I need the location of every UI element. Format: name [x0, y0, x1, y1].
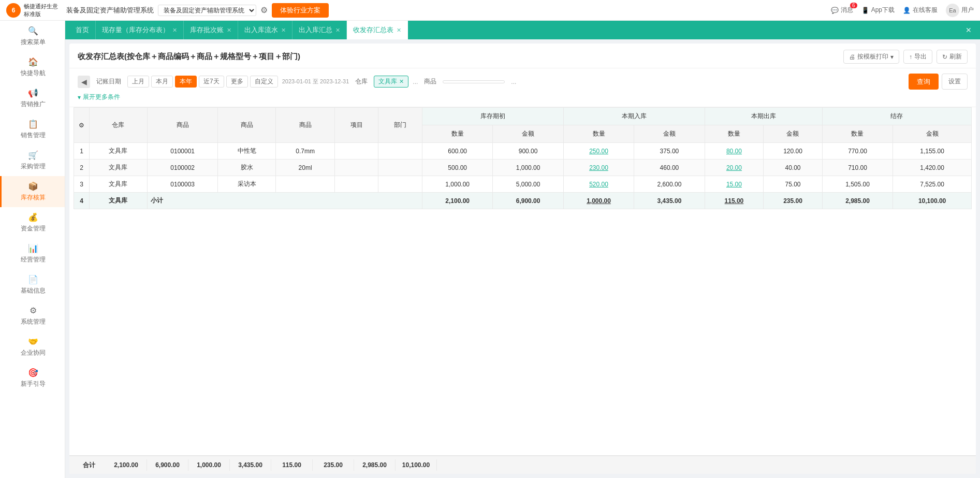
- sidebar-item-label: 快捷导航: [21, 69, 46, 78]
- tab-flow[interactable]: 出入库流水 ✕: [238, 21, 292, 39]
- chevron-down-icon: ▾: [890, 53, 894, 61]
- print-button[interactable]: 🖨 按模板打印 ▾: [843, 50, 899, 64]
- row-in-qty[interactable]: 250.00: [563, 143, 634, 160]
- filter-area: ◀ 记账日期 上月 本月 本年 近7天 更多 自定义 2023-01-01 至 …: [69, 68, 976, 107]
- gear-button[interactable]: ⚙: [260, 5, 268, 15]
- date-btn-last-month[interactable]: 上月: [127, 76, 149, 88]
- filter-toggle[interactable]: ◀: [78, 76, 90, 88]
- row-product-code: 0100001: [147, 143, 217, 160]
- tab-close-batch[interactable]: ✕: [227, 27, 231, 34]
- query-button[interactable]: 查询: [909, 74, 939, 90]
- tabs-bar: 首页 现存量（库存分布表） ✕ 库存批次账 ✕ 出入库流水 ✕ 出入库汇总 ✕: [65, 21, 980, 39]
- expand-button[interactable]: ▾ 展开更多条件: [78, 93, 968, 102]
- warehouse-more[interactable]: ...: [413, 78, 418, 85]
- total-in-qty: 1,000.00: [188, 459, 230, 471]
- product-input[interactable]: [443, 80, 505, 83]
- tab-home[interactable]: 首页: [69, 21, 96, 39]
- inventory-icon: 📦: [28, 181, 38, 191]
- tab-close-inventory-dist[interactable]: ✕: [172, 27, 177, 34]
- sidebar-item-enterprise[interactable]: 🤝 企业协同: [0, 331, 65, 363]
- row-closing-amt: 1,155.00: [893, 143, 972, 160]
- col-in-qty: 数量: [563, 125, 634, 143]
- finance-icon: 💰: [28, 212, 38, 222]
- table-area: ⚙ 仓库 商品 商品 商品 项目 部门 库存期初 本期入库 本期出库 结存: [69, 107, 976, 455]
- tab-summary[interactable]: 出入库汇总 ✕: [292, 21, 347, 39]
- sidebar-item-guide[interactable]: 🎯 新手引导: [0, 363, 65, 394]
- row-product-name: 采访本: [218, 176, 276, 193]
- tab-batch[interactable]: 库存批次账 ✕: [184, 21, 238, 39]
- sidebar: 🔍 搜索菜单 🏠 快捷导航 📢 营销推广 📋 销售管理 🛒 采购管理 📦: [0, 21, 65, 478]
- warehouse-label: 仓库: [355, 77, 368, 86]
- date-btn-custom[interactable]: 自定义: [250, 76, 278, 88]
- refresh-button[interactable]: ↻ 刷新: [937, 50, 968, 64]
- system-dropdown[interactable]: 装备及固定资产辅助管理系统: [158, 5, 256, 16]
- sidebar-item-purchase[interactable]: 🛒 采购管理: [0, 145, 65, 176]
- col-group-opening: 库存期初: [422, 108, 563, 125]
- row-in-amt: 460.00: [634, 160, 705, 176]
- row-out-qty[interactable]: 20.00: [705, 160, 764, 176]
- export-button[interactable]: ↑ 导出: [903, 50, 932, 64]
- warehouse-tag-close[interactable]: ✕: [399, 78, 404, 85]
- total-in-amt: 3,435.00: [230, 459, 271, 471]
- system-title: 装备及固定资产辅助管理系统: [66, 6, 154, 15]
- product-label: 商品: [424, 77, 436, 86]
- refresh-icon: ↻: [942, 53, 947, 61]
- row-spec: 0.7mm: [276, 143, 335, 160]
- col-in-amt: 金额: [634, 125, 705, 143]
- row-opening-qty: 1,000.00: [422, 176, 492, 193]
- row-no: 2: [74, 160, 90, 176]
- sidebar-item-system[interactable]: ⚙ 系统管理: [0, 300, 65, 331]
- row-opening-amt: 1,000.00: [493, 160, 563, 176]
- row-dept: [378, 143, 422, 160]
- row-out-qty[interactable]: 80.00: [705, 143, 764, 160]
- app-download-button[interactable]: 📱 App下载: [861, 6, 895, 15]
- settings-button[interactable]: 设置: [942, 74, 968, 90]
- product-more[interactable]: ...: [511, 78, 516, 85]
- total-label: 合计: [72, 461, 106, 470]
- subtotal-opening-qty: 2,100.00: [422, 193, 492, 209]
- warehouse-tag[interactable]: 文具库 ✕: [374, 76, 408, 88]
- export-icon: ↑: [909, 53, 912, 61]
- sidebar-item-quick-nav[interactable]: 🏠 快捷导航: [0, 52, 65, 83]
- row-in-qty[interactable]: 520.00: [563, 176, 634, 193]
- table-settings-icon[interactable]: ⚙: [74, 108, 90, 143]
- message-button[interactable]: 💬 消息 6: [831, 6, 853, 15]
- sidebar-item-label: 营销推广: [21, 100, 46, 109]
- sidebar-item-inventory[interactable]: 📦 库存核算: [0, 176, 65, 207]
- sidebar-item-sales[interactable]: 📋 销售管理: [0, 114, 65, 145]
- sidebar-item-search[interactable]: 🔍 搜索菜单: [0, 21, 65, 52]
- sidebar-item-finance[interactable]: 💰 资金管理: [0, 207, 65, 238]
- date-btn-more[interactable]: 更多: [226, 76, 248, 88]
- date-range: 2023-01-01 至 2023-12-31: [282, 78, 349, 85]
- tab-close-summary[interactable]: ✕: [335, 27, 340, 34]
- sidebar-item-operations[interactable]: 📊 经营管理: [0, 238, 65, 269]
- warehouse-filter: 文具库 ✕ ...: [374, 76, 418, 88]
- tab-close-receive-summary[interactable]: ✕: [397, 27, 401, 34]
- sidebar-item-label: 企业协同: [21, 349, 46, 357]
- data-table: ⚙ 仓库 商品 商品 商品 项目 部门 库存期初 本期入库 本期出库 结存: [74, 107, 972, 209]
- top-right-area: 💬 消息 6 📱 App下载 👤 在线客服 Ea 用户: [831, 4, 974, 17]
- col-group-in: 本期入库: [563, 108, 705, 125]
- online-service-button[interactable]: 👤 在线客服: [903, 6, 938, 15]
- date-btn-7days[interactable]: 近7天: [199, 76, 224, 88]
- col-spec-header: 商品: [276, 108, 335, 143]
- trial-button[interactable]: 体验行业方案: [272, 3, 329, 18]
- row-product-code: 0100003: [147, 176, 217, 193]
- tab-close-flow[interactable]: ✕: [281, 27, 286, 34]
- sidebar-item-basic-info[interactable]: 📄 基础信息: [0, 269, 65, 300]
- sidebar-item-marketing[interactable]: 📢 营销推广: [0, 83, 65, 114]
- row-out-qty[interactable]: 15.00: [705, 176, 764, 193]
- date-btn-this-month[interactable]: 本月: [151, 76, 173, 88]
- subtotal-in-amt: 3,435.00: [634, 193, 705, 209]
- subtotal-label: 小计: [147, 193, 422, 209]
- close-all-tabs[interactable]: ✕: [961, 26, 976, 34]
- row-no: 1: [74, 143, 90, 160]
- tab-inventory-dist[interactable]: 现存量（库存分布表） ✕: [96, 21, 184, 39]
- row-warehouse: 文具库: [90, 176, 148, 193]
- enterprise-icon: 🤝: [28, 337, 38, 346]
- user-area[interactable]: Ea 用户: [946, 4, 974, 17]
- search-icon: 🔍: [28, 26, 38, 36]
- date-btn-this-year[interactable]: 本年: [175, 76, 197, 88]
- row-in-qty[interactable]: 230.00: [563, 160, 634, 176]
- tab-receive-summary[interactable]: 收发存汇总表 ✕: [347, 21, 408, 39]
